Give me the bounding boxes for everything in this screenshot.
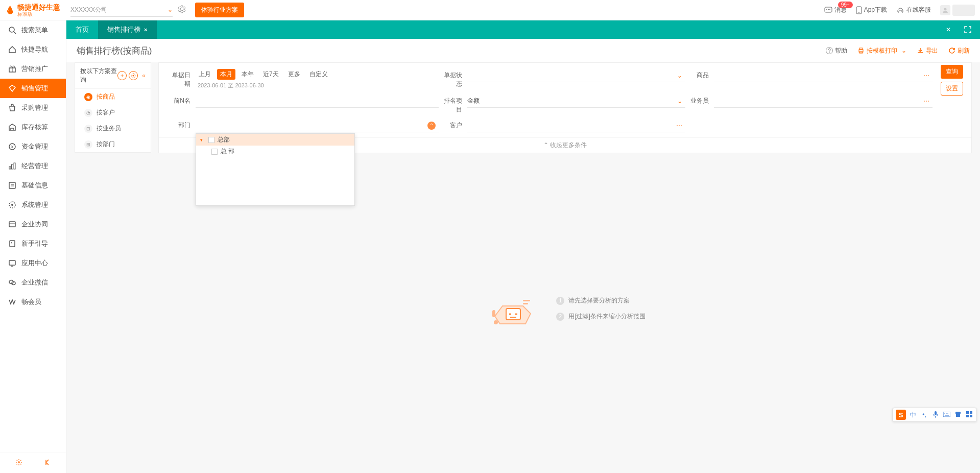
company-name: XXXXXX公司 (70, 6, 107, 14)
brand-name: 畅捷通好生意 (17, 4, 60, 11)
app-download-button[interactable]: App下载 (856, 6, 887, 14)
phone-icon (856, 6, 862, 14)
flame-icon (5, 5, 15, 15)
brand-logo: 畅捷通好生意 标准版 (5, 4, 65, 17)
user-icon[interactable] (940, 5, 950, 15)
svg-point-1 (826, 9, 827, 10)
online-service-button[interactable]: 在线客服 (896, 6, 931, 14)
svg-point-5 (858, 12, 859, 13)
user-avatar[interactable] (952, 5, 975, 16)
brand-edition: 标准版 (17, 12, 60, 17)
chevron-down-icon: ⌄ (168, 6, 173, 13)
top-header: 畅捷通好生意 标准版 XXXXXX公司 ⌄ 体验行业方案 消息 99+ App下… (0, 0, 980, 20)
gear-icon[interactable] (178, 5, 186, 15)
svg-point-3 (829, 9, 830, 10)
company-select[interactable]: XXXXXX公司 ⌄ (70, 4, 173, 17)
svg-point-2 (828, 9, 829, 10)
message-badge: 99+ (838, 2, 853, 8)
chat-icon (824, 7, 832, 14)
svg-point-6 (944, 8, 947, 10)
headset-icon (896, 6, 904, 14)
trial-button[interactable]: 体验行业方案 (195, 3, 244, 17)
messages-button[interactable]: 消息 99+ (824, 6, 847, 14)
